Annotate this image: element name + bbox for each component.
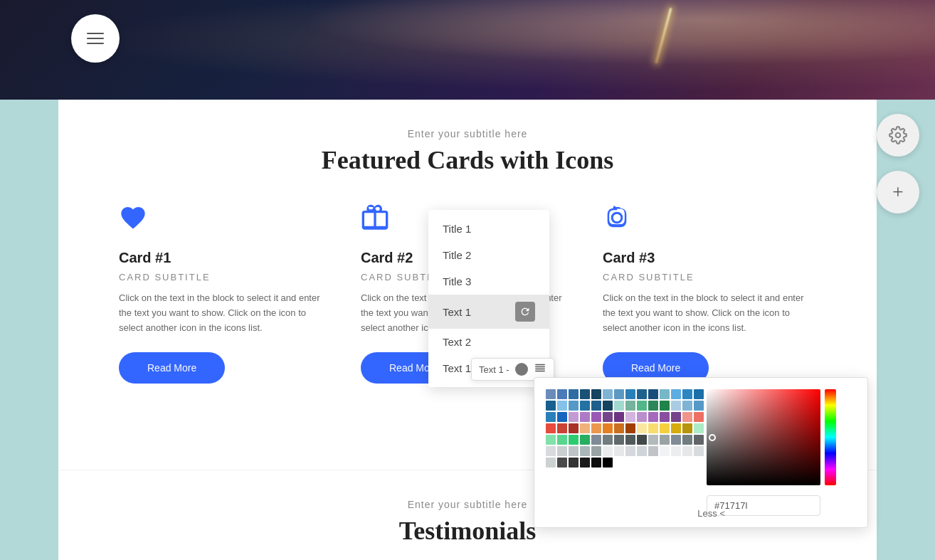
color-swatch[interactable]: [603, 412, 613, 422]
color-swatch[interactable]: [603, 389, 613, 399]
color-swatch[interactable]: [557, 423, 567, 433]
menu-button[interactable]: [71, 14, 120, 63]
color-swatch[interactable]: [591, 446, 601, 456]
color-swatch[interactable]: [671, 412, 681, 422]
color-swatch[interactable]: [603, 401, 613, 411]
color-swatch[interactable]: [648, 401, 658, 411]
color-swatch[interactable]: [694, 412, 704, 422]
color-swatch[interactable]: [546, 401, 556, 411]
color-swatch[interactable]: [546, 423, 556, 433]
color-swatch[interactable]: [637, 401, 647, 411]
color-swatch[interactable]: [682, 389, 692, 399]
color-swatch[interactable]: [546, 435, 556, 445]
color-swatch[interactable]: [614, 412, 624, 422]
color-swatch[interactable]: [660, 435, 670, 445]
color-swatch[interactable]: [569, 389, 579, 399]
color-swatch[interactable]: [682, 401, 692, 411]
color-swatch[interactable]: [660, 389, 670, 399]
color-swatch[interactable]: [603, 446, 613, 456]
color-swatch[interactable]: [671, 401, 681, 411]
color-swatch[interactable]: [648, 389, 658, 399]
color-swatch[interactable]: [660, 412, 670, 422]
color-swatch[interactable]: [580, 412, 590, 422]
color-swatch[interactable]: [614, 423, 624, 433]
color-swatch[interactable]: [557, 458, 567, 467]
color-swatch[interactable]: [625, 401, 635, 411]
color-swatch[interactable]: [591, 412, 601, 422]
less-button[interactable]: Less <: [697, 508, 725, 519]
color-swatch[interactable]: [614, 389, 624, 399]
color-swatch[interactable]: [580, 401, 590, 411]
color-swatch[interactable]: [603, 458, 613, 467]
color-swatch[interactable]: [569, 401, 579, 411]
color-swatch[interactable]: [614, 446, 624, 456]
color-swatch[interactable]: [591, 458, 601, 467]
color-swatch[interactable]: [557, 412, 567, 422]
color-swatch[interactable]: [637, 389, 647, 399]
color-swatch[interactable]: [569, 423, 579, 433]
gradient-picker[interactable]: [707, 389, 820, 485]
color-swatch[interactable]: [557, 401, 567, 411]
dropdown-item-title1[interactable]: Title 1: [428, 216, 549, 242]
color-swatch[interactable]: [625, 423, 635, 433]
color-swatch[interactable]: [569, 412, 579, 422]
color-swatch[interactable]: [557, 435, 567, 445]
color-swatch[interactable]: [546, 446, 556, 456]
color-swatch[interactable]: [580, 458, 590, 467]
color-swatch[interactable]: [580, 389, 590, 399]
color-swatch[interactable]: [648, 423, 658, 433]
color-swatch[interactable]: [660, 401, 670, 411]
color-swatch[interactable]: [660, 446, 670, 456]
color-swatch[interactable]: [614, 435, 624, 445]
hue-slider[interactable]: [825, 389, 836, 485]
color-swatch[interactable]: [580, 435, 590, 445]
color-swatch[interactable]: [671, 423, 681, 433]
card-1-read-more-button[interactable]: Read More: [119, 352, 225, 384]
color-swatch[interactable]: [591, 389, 601, 399]
color-swatch[interactable]: [694, 389, 704, 399]
color-swatch[interactable]: [671, 389, 681, 399]
color-swatch[interactable]: [591, 423, 601, 433]
color-swatch[interactable]: [546, 412, 556, 422]
color-swatch[interactable]: [660, 423, 670, 433]
color-swatch[interactable]: [637, 446, 647, 456]
color-swatch[interactable]: [569, 446, 579, 456]
color-swatch[interactable]: [625, 389, 635, 399]
gradient-handle[interactable]: [709, 434, 716, 441]
color-swatch[interactable]: [671, 435, 681, 445]
color-swatch[interactable]: [614, 401, 624, 411]
color-swatch[interactable]: [625, 446, 635, 456]
color-swatch[interactable]: [557, 446, 567, 456]
color-swatch[interactable]: [682, 423, 692, 433]
fab-add-button[interactable]: +: [877, 171, 919, 213]
color-swatch[interactable]: [648, 412, 658, 422]
text-align-icon[interactable]: [534, 361, 546, 377]
dropdown-item-text2[interactable]: Text 2: [428, 329, 549, 355]
color-swatch[interactable]: [671, 446, 681, 456]
color-swatch[interactable]: [682, 446, 692, 456]
color-swatch[interactable]: [682, 435, 692, 445]
color-swatch[interactable]: [648, 435, 658, 445]
color-swatch[interactable]: [682, 412, 692, 422]
color-swatch[interactable]: [625, 435, 635, 445]
color-swatch[interactable]: [648, 446, 658, 456]
color-swatch[interactable]: [637, 435, 647, 445]
dropdown-item-title3[interactable]: Title 3: [428, 268, 549, 295]
color-swatch[interactable]: [603, 435, 613, 445]
color-swatch[interactable]: [591, 435, 601, 445]
color-swatch[interactable]: [637, 423, 647, 433]
color-picker-circle[interactable]: [515, 363, 528, 376]
color-swatch[interactable]: [569, 458, 579, 467]
color-swatch[interactable]: [580, 446, 590, 456]
color-swatch[interactable]: [603, 423, 613, 433]
fab-gear-button[interactable]: [877, 114, 919, 157]
refresh-icon[interactable]: [515, 302, 535, 322]
color-swatch[interactable]: [694, 423, 704, 433]
color-swatch[interactable]: [591, 401, 601, 411]
color-swatch[interactable]: [580, 423, 590, 433]
color-swatch[interactable]: [546, 458, 556, 467]
color-swatch[interactable]: [637, 412, 647, 422]
color-swatch[interactable]: [694, 446, 704, 456]
dropdown-item-text1[interactable]: Text 1: [428, 295, 549, 329]
color-swatch[interactable]: [546, 389, 556, 399]
